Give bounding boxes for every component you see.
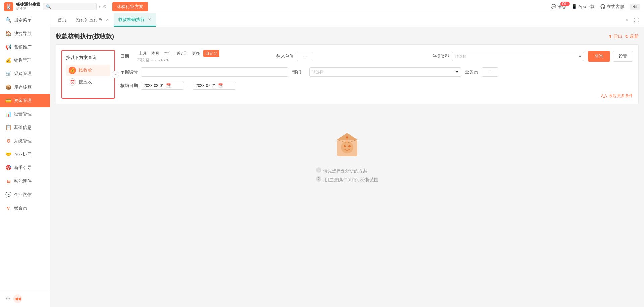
sidebar-item-management[interactable]: 📊 经营管理 — [0, 107, 50, 121]
online-service-button[interactable]: 🎧 在线客服 — [600, 4, 624, 10]
date-shortcut-this-month[interactable]: 本月 — [150, 50, 161, 57]
filter-actions: 查询 设置 — [588, 51, 633, 62]
app-download-button[interactable]: 📱 App下载 — [572, 4, 595, 10]
quick-nav-icon: 🏠 — [5, 31, 11, 37]
search-menu-icon: 🔍 — [5, 17, 11, 23]
topbar-search-area: 🔍 ▾ ⚙ — [43, 3, 107, 10]
verification-date-input: 2023-03-01 📅 — 2023-07-21 📅 — [141, 82, 236, 90]
by-receivable-icon: ⏰ — [69, 78, 76, 86]
tab-prepay-close[interactable]: ✕ — [106, 18, 109, 22]
sidebar-item-marketing[interactable]: 📢 营销推广 — [0, 40, 50, 54]
tab-prepay[interactable]: 预付冲应付单 ✕ — [71, 13, 114, 27]
sidebar-label-wechat: 企业微信 — [14, 192, 32, 198]
chevron-down-icon[interactable]: ▾ — [99, 4, 101, 9]
tip-text-2: 用[过滤]条件来缩小分析范围 — [323, 175, 378, 184]
tab-collection-close[interactable]: ✕ — [148, 17, 151, 22]
sidebar-item-enterprise[interactable]: 🤝 企业协同 — [0, 148, 50, 161]
filter-options-panel: 按以下方案查询 💰 按收款 ⏰ 按应收 « — [61, 50, 115, 99]
department-filter-field: 部门 请选择 ▾ — [292, 67, 461, 77]
date-shortcut-last-7days[interactable]: 近7天 — [175, 50, 189, 57]
sidebar-bottom: ⚙ ◀◀ — [0, 290, 50, 307]
voucher-type-select[interactable]: 请选择 ▾ — [452, 52, 584, 61]
username-display[interactable]: Rit — [630, 4, 640, 10]
marketing-icon: 📢 — [5, 44, 11, 50]
collapse-more-button[interactable]: ⋀⋀ 收起更多条件 — [120, 93, 633, 99]
empty-state: 1 请先选择要分析的方案 2 用[过滤]条件来缩小分析范围 — [56, 104, 639, 204]
tip-num-2: 2 — [316, 176, 321, 182]
industry-solution-button[interactable]: 休验行业方案 — [112, 2, 148, 11]
app-logo: 🐰 — [4, 2, 13, 11]
date-nolimit-text: 不限 至 2023-07-26 — [137, 58, 219, 63]
sidebar-item-hardware[interactable]: 🖥 智能硬件 — [0, 174, 50, 188]
filter-option-by-receipt[interactable]: 💰 按收款 — [66, 65, 110, 76]
verification-start-date[interactable]: 2023-03-01 📅 — [141, 82, 184, 90]
app-icon: 📱 — [572, 4, 577, 9]
verification-date-field: 核销日期 2023-03-01 📅 — 2023-07-21 — [120, 82, 633, 90]
sidebar-item-finance[interactable]: 💳 资金管理 — [0, 94, 50, 107]
collapse-filter-button[interactable]: « — [112, 71, 119, 78]
query-button[interactable]: 查询 — [588, 51, 610, 62]
close-window-icon[interactable]: ✕ — [623, 17, 630, 23]
sidebar-item-basic-info[interactable]: 📋 基础信息 — [0, 121, 50, 134]
tab-home[interactable]: 首页 — [53, 13, 71, 27]
settings-button[interactable]: 设置 — [613, 51, 633, 62]
date-shortcut-last-month[interactable]: 上月 — [137, 50, 148, 57]
date-shortcut-custom[interactable]: 自定义 — [203, 50, 219, 57]
sidebar-item-system[interactable]: ⚙ 系统管理 — [0, 134, 50, 148]
salesperson-input[interactable]: ··· — [482, 67, 498, 77]
system-icon: ⚙ — [5, 138, 11, 144]
filter-row-3: 核销日期 2023-03-01 📅 — 2023-07-21 — [120, 82, 633, 90]
verification-end-date[interactable]: 2023-07-21 📅 — [193, 82, 236, 90]
voucher-type-label: 单据类型 — [432, 53, 449, 59]
sidebar-item-guide[interactable]: 🎯 新手引导 — [0, 161, 50, 174]
date-shortcut-this-year[interactable]: 本年 — [163, 50, 173, 57]
department-select[interactable]: 请选择 ▾ — [309, 67, 461, 77]
date-label: 日期 — [120, 53, 135, 59]
voucher-no-input[interactable] — [141, 67, 288, 77]
filter-fields-area: 日期 上月 本月 本年 近7天 更多 自定义 — [120, 50, 633, 99]
tab-bar-right: ✕ ⛶ — [623, 17, 641, 23]
verification-start-value: 2023-03-01 — [144, 83, 164, 88]
filter-option-by-receivable[interactable]: ⏰ 按应收 — [66, 76, 110, 88]
export-button[interactable]: ⬆ 导出 — [608, 33, 622, 39]
by-receivable-label: 按应收 — [79, 79, 92, 85]
settings-gear-icon[interactable]: ⚙ — [5, 295, 11, 302]
salesperson-filter-field: 业务员 ··· — [465, 67, 633, 77]
collapse-sidebar-button[interactable]: ◀◀ — [13, 294, 22, 303]
maximize-window-icon[interactable]: ⛶ — [633, 17, 640, 23]
svg-point-6 — [346, 136, 348, 138]
purchase-icon: 🛒 — [5, 71, 11, 77]
sidebar-item-inventory[interactable]: 📦 库存核算 — [0, 81, 50, 94]
filter-row-1: 日期 上月 本月 本年 近7天 更多 自定义 — [120, 50, 633, 63]
export-label: 导出 — [613, 33, 622, 39]
partner-input[interactable]: ··· — [297, 52, 313, 61]
filter-panel: 按以下方案查询 💰 按收款 ⏰ 按应收 « — [56, 44, 639, 104]
sidebar-item-wechat[interactable]: 💬 企业微信 — [0, 188, 50, 201]
tab-collection[interactable]: 收款核销执行 ✕ — [114, 13, 156, 27]
sidebar-item-search-menu[interactable]: 🔍 搜索菜单 — [0, 13, 50, 27]
enterprise-icon: 🤝 — [5, 151, 11, 157]
export-icon: ⬆ — [608, 34, 612, 39]
voucher-no-filter-field: 单据编号 — [120, 67, 288, 77]
sidebar-label-quick-nav: 快捷导航 — [14, 31, 32, 37]
empty-tip-2: 2 用[过滤]条件来缩小分析范围 — [316, 175, 378, 184]
refresh-button[interactable]: ↻ 刷新 — [625, 33, 639, 39]
date-filter-field: 日期 上月 本月 本年 近7天 更多 自定义 — [120, 50, 272, 63]
sidebar-item-quick-nav[interactable]: 🏠 快捷导航 — [0, 27, 50, 40]
brand-version: 标准版 — [16, 7, 40, 11]
empty-tip-1: 1 请先选择要分析的方案 — [316, 167, 378, 175]
sidebar-label-purchase: 采购管理 — [14, 71, 32, 77]
sidebar-item-member[interactable]: V 畅会员 — [0, 201, 50, 215]
svg-point-2 — [341, 141, 353, 153]
date-shortcut-more[interactable]: 更多 — [191, 50, 201, 57]
sidebar-item-sales[interactable]: 💰 销售管理 — [0, 54, 50, 67]
tip-num-1: 1 — [316, 167, 321, 173]
filter-row-2: 单据编号 部门 请选择 ▾ 业务员 — [120, 67, 633, 77]
message-button[interactable]: 💬 消息 99+ — [551, 4, 566, 10]
partner-label: 往来单位 — [276, 53, 294, 59]
sidebar-item-purchase[interactable]: 🛒 采购管理 — [0, 67, 50, 81]
sidebar-label-marketing: 营销推广 — [14, 44, 32, 50]
topbar: 🐰 畅捷通好生意 标准版 🔍 ▾ ⚙ 休验行业方案 💬 消息 99+ 📱 App… — [0, 0, 644, 13]
gear-topbar-icon[interactable]: ⚙ — [103, 4, 107, 9]
service-icon: 🎧 — [600, 4, 605, 9]
